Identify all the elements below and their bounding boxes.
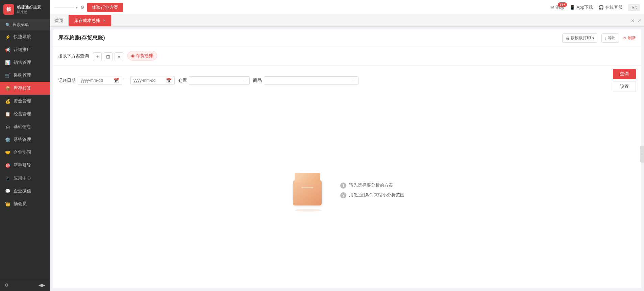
empty-state: 1 请先选择要分析的方案 2 用[过滤]条件来缩小分析范围 bbox=[53, 95, 641, 288]
manage-scheme-button[interactable]: ⊞ bbox=[104, 52, 113, 61]
calendar-end-icon[interactable]: 📅 bbox=[166, 78, 172, 83]
date-label: 记账日期 bbox=[58, 77, 76, 83]
online-service-button[interactable]: 🎧 在线客服 bbox=[598, 4, 623, 10]
empty-text: 1 请先选择要分析的方案 2 用[过滤]条件来缩小分析范围 bbox=[340, 182, 404, 202]
warehouse-select[interactable]: ··· bbox=[189, 76, 250, 85]
sidebar-item-label: 新手引导 bbox=[14, 162, 31, 168]
refresh-icon: ↻ bbox=[623, 36, 626, 41]
sidebar-item-label: 畅会员 bbox=[14, 201, 27, 207]
basic-icon: 🗂 bbox=[5, 124, 11, 130]
sidebar-item-wechat[interactable]: 💬 企业微信 bbox=[0, 185, 50, 197]
quicknav-icon: ⚡ bbox=[5, 34, 11, 40]
setting-button[interactable]: 设置 bbox=[613, 81, 636, 92]
date-start-input[interactable]: 📅 bbox=[78, 76, 122, 85]
sales-icon: 📊 bbox=[5, 59, 11, 66]
logo-icon: 畅 bbox=[3, 4, 14, 15]
online-service-label: 在线客服 bbox=[605, 4, 623, 10]
expand-icon[interactable]: ⤢ bbox=[637, 18, 641, 23]
sidebar-item-purchase[interactable]: 🛒 采购管理 bbox=[0, 69, 50, 82]
warehouse-filter-group: 仓库 ··· bbox=[178, 76, 250, 85]
scheme-item-inventory[interactable]: ◉ 存货总账 bbox=[127, 51, 157, 60]
sidebar-item-sales[interactable]: 📊 销售管理 bbox=[0, 56, 50, 69]
box-body bbox=[293, 180, 322, 205]
trial-btn[interactable]: 体验行业方案 bbox=[87, 3, 123, 12]
calendar-start-icon[interactable]: 📅 bbox=[113, 78, 119, 83]
sidebar-nav: ⚡ 快捷导航 📢 营销推广 📊 销售管理 🛒 采购管理 📦 库存核算 💰 资金管… bbox=[0, 30, 50, 279]
warehouse-label: 仓库 bbox=[178, 77, 187, 83]
app-download-button[interactable]: 📱 App下载 bbox=[570, 4, 593, 10]
sidebar: 畅 畅捷通好生意 标准版 🔍 搜索菜单 ⚡ 快捷导航 📢 营销推广 📊 销售管理… bbox=[0, 0, 50, 291]
newbie-icon: 🎯 bbox=[5, 162, 11, 168]
sidebar-item-inventory[interactable]: 📦 库存核算 bbox=[0, 82, 50, 95]
box-lid bbox=[295, 173, 320, 182]
print-button[interactable]: 🖨 按模板打印 ▾ bbox=[562, 33, 597, 43]
breadcrumb-text bbox=[54, 7, 74, 8]
app-download-label: App下载 bbox=[576, 4, 593, 10]
tab-home[interactable]: 首页 bbox=[50, 15, 69, 26]
date-end-input[interactable]: 📅 bbox=[130, 76, 175, 85]
sidebar-item-label: 企业协同 bbox=[14, 149, 31, 155]
export-button[interactable]: ↓ 导出 bbox=[601, 33, 619, 43]
sidebar-item-label: 基础信息 bbox=[14, 124, 31, 130]
product-filter-group: 商品 ··· bbox=[253, 76, 358, 85]
messages-button[interactable]: ✉ 消息 99+ bbox=[550, 4, 564, 10]
settings-button[interactable]: ⚙ bbox=[5, 283, 9, 288]
sidebar-search[interactable]: 🔍 搜索菜单 bbox=[0, 19, 50, 30]
print-icon: 🖨 bbox=[565, 36, 569, 41]
logo-text-block: 畅捷通好生意 标准版 bbox=[17, 4, 41, 15]
topbar-right: ✉ 消息 99+ 📱 App下载 🎧 在线客服 Rit bbox=[550, 4, 640, 11]
box-shadow bbox=[295, 209, 322, 212]
collapse-filter-button[interactable]: « bbox=[115, 52, 123, 61]
sidebar-item-quicknav[interactable]: ⚡ 快捷导航 bbox=[0, 30, 50, 43]
sidebar-item-label: 企业微信 bbox=[14, 188, 31, 194]
sidebar-item-appcenter[interactable]: 📱 应用中心 bbox=[0, 172, 50, 185]
sidebar-item-member[interactable]: 👑 畅会员 bbox=[0, 197, 50, 210]
sidebar-item-system[interactable]: ⚙️ 系统管理 bbox=[0, 133, 50, 146]
user-name: Rit bbox=[631, 5, 637, 10]
page-header: 库存总账(存货总账) 🖨 按模板打印 ▾ ↓ 导出 ↻ 刷新 bbox=[53, 29, 641, 47]
page-title: 库存总账(存货总账) bbox=[58, 34, 105, 42]
sidebar-item-operation[interactable]: 📋 经营管理 bbox=[0, 107, 50, 120]
sidebar-item-enterprise[interactable]: 🤝 企业协同 bbox=[0, 146, 50, 159]
product-more-icon[interactable]: ··· bbox=[352, 78, 355, 83]
date-filter-group: 记账日期 📅 — 📅 bbox=[58, 76, 175, 85]
refresh-button[interactable]: ↻ 刷新 bbox=[623, 35, 636, 41]
sidebar-logo: 畅 畅捷通好生意 标准版 bbox=[0, 0, 50, 19]
filter-actions: ＋ ⊞ « bbox=[93, 51, 123, 61]
sidebar-item-finance[interactable]: 💰 资金管理 bbox=[0, 95, 50, 107]
product-label: 商品 bbox=[253, 77, 262, 83]
sidebar-item-label: 库存核算 bbox=[14, 85, 31, 91]
header-actions: 🖨 按模板打印 ▾ ↓ 导出 ↻ 刷新 bbox=[562, 33, 636, 43]
product-select[interactable]: ··· bbox=[264, 76, 358, 85]
sidebar-footer: ⚙ ◀▶ bbox=[0, 279, 50, 291]
date-start-field[interactable] bbox=[81, 78, 111, 83]
scheme-icon: ◉ bbox=[131, 53, 134, 58]
tab-label: 库存成本总账 bbox=[74, 18, 100, 24]
search-label: 搜索菜单 bbox=[13, 22, 29, 28]
sidebar-item-label: 销售管理 bbox=[14, 59, 31, 66]
sidebar-item-label: 应用中心 bbox=[14, 175, 31, 181]
enterprise-icon: 🤝 bbox=[5, 149, 11, 155]
warehouse-more-icon[interactable]: ··· bbox=[243, 78, 247, 83]
sidebar-item-label: 资金管理 bbox=[14, 98, 31, 104]
sidebar-item-newbie[interactable]: 🎯 新手引导 bbox=[0, 159, 50, 172]
tab-inventory-ledger[interactable]: 库存成本总账 ✕ bbox=[69, 15, 112, 26]
date-end-field[interactable] bbox=[133, 78, 164, 83]
filter-label: 按以下方案查询 bbox=[58, 51, 89, 59]
message-icon: ✉ bbox=[550, 5, 554, 10]
headset-icon: 🎧 bbox=[598, 5, 604, 10]
print-chevron-icon: ▾ bbox=[592, 36, 594, 41]
topbar-left: ▾ ⚙ 体验行业方案 bbox=[54, 3, 123, 12]
query-button[interactable]: 查询 bbox=[613, 69, 636, 79]
tab-close-icon[interactable]: ✕ bbox=[102, 18, 106, 23]
sidebar-item-marketing[interactable]: 📢 营销推广 bbox=[0, 43, 50, 56]
add-scheme-button[interactable]: ＋ bbox=[93, 52, 102, 61]
collapse-button[interactable]: ◀▶ bbox=[39, 283, 45, 288]
close-panel-btn[interactable]: ✕ bbox=[631, 18, 635, 23]
right-panel-handle[interactable]: › bbox=[640, 146, 644, 163]
tabs-bar: 首页 库存成本总账 ✕ ✕ ⤢ bbox=[50, 15, 644, 27]
filter-bar: 按以下方案查询 ＋ ⊞ « ◉ 存货总账 bbox=[53, 47, 641, 66]
user-profile[interactable]: Rit bbox=[628, 4, 640, 11]
sidebar-item-basic[interactable]: 🗂 基础信息 bbox=[0, 120, 50, 133]
gear-button[interactable]: ⚙ bbox=[80, 5, 84, 10]
